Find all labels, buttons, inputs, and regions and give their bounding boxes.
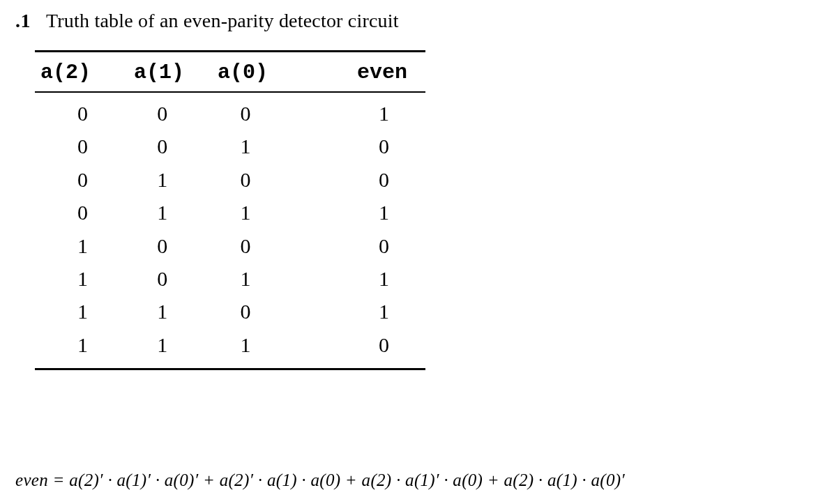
table-row: 0 1 0 0 (35, 163, 425, 196)
cell-a1: 0 (121, 229, 204, 262)
cell-a1: 1 (121, 196, 204, 229)
figure-caption: .1 Truth table of an even-parity detecto… (15, 10, 817, 32)
table-row: 1 0 1 1 (35, 262, 425, 295)
boolean-equation: even = a(2)′ · a(1)′ · a(0)′ + a(2)′ · a… (15, 471, 817, 490)
table-row: 1 1 0 1 (35, 295, 425, 328)
cell-a1: 0 (121, 130, 204, 162)
caption-text: Truth table of an even-parity detector c… (46, 10, 399, 32)
cell-even: 1 (342, 196, 425, 229)
cell-a2: 1 (35, 295, 121, 328)
cell-a2: 0 (35, 97, 121, 130)
table-row: 1 0 0 0 (35, 229, 425, 262)
cell-a1: 1 (121, 295, 204, 328)
cell-a2: 0 (35, 196, 121, 229)
cell-even: 0 (342, 328, 425, 361)
table-row: 0 0 1 0 (35, 130, 425, 162)
table-rule-bottom (35, 368, 425, 370)
col-gap (285, 61, 340, 84)
cell-a0: 1 (204, 328, 287, 361)
cell-a2: 1 (35, 229, 121, 262)
table-row: 1 1 1 0 (35, 328, 425, 361)
cell-a2: 0 (35, 130, 121, 162)
cell-a0: 0 (204, 163, 287, 196)
table-body: 0 0 0 1 0 0 1 0 0 1 0 0 0 1 (35, 93, 425, 368)
cell-a0: 1 (204, 262, 287, 295)
cell-a2: 0 (35, 163, 121, 196)
cell-even: 1 (342, 97, 425, 130)
table-row: 0 0 0 1 (35, 97, 425, 130)
page: .1 Truth table of an even-parity detecto… (0, 0, 832, 504)
table-row: 0 1 1 1 (35, 196, 425, 229)
cell-even: 0 (342, 229, 425, 262)
table-header-row: a(2) a(1) a(0) even (35, 52, 425, 91)
cell-a0: 0 (204, 295, 287, 328)
cell-a1: 0 (121, 262, 204, 295)
cell-even: 1 (342, 295, 425, 328)
cell-a0: 1 (204, 196, 287, 229)
cell-a1: 0 (121, 97, 204, 130)
col-header-a0: a(0) (201, 61, 285, 84)
cell-a2: 1 (35, 328, 121, 361)
truth-table: a(2) a(1) a(0) even 0 0 0 1 0 0 1 0 (35, 50, 425, 370)
cell-a2: 1 (35, 262, 121, 295)
cell-even: 0 (342, 130, 425, 162)
col-header-a1: a(1) (117, 61, 201, 84)
cell-even: 0 (342, 163, 425, 196)
col-header-a2: a(2) (35, 61, 117, 84)
caption-number: .1 (15, 10, 31, 32)
cell-a1: 1 (121, 328, 204, 361)
cell-a0: 0 (204, 229, 287, 262)
cell-a0: 0 (204, 97, 287, 130)
cell-a1: 1 (121, 163, 204, 196)
cell-a0: 1 (204, 130, 287, 162)
cell-even: 1 (342, 262, 425, 295)
col-header-even: even (340, 61, 424, 84)
